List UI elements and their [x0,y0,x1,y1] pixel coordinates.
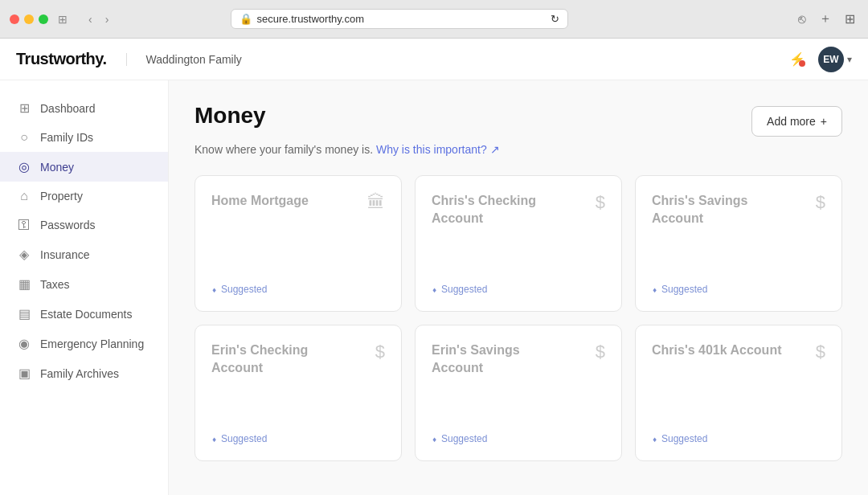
avatar-container[interactable]: EW ▾ [818,47,852,72]
add-more-icon: + [821,115,827,128]
sidebar-item-passwords[interactable]: ⚿ Passwords [0,211,168,239]
back-button[interactable]: ‹ [84,10,97,29]
share-button[interactable]: ⎋ [795,9,809,29]
page-title: Money [194,103,266,129]
family-archives-icon: ▣ [16,366,32,381]
taxes-icon: ▦ [16,276,32,292]
sidebar-item-dashboard[interactable]: ⊞ Dashboard [0,93,168,123]
address-bar[interactable]: 🔒 secure.trustworthy.com ↻ [231,9,568,29]
family-ids-icon: ○ [16,130,32,145]
minimize-traffic-light[interactable] [24,14,34,24]
browser-actions: ⎋ ＋ ⊞ [795,9,858,29]
logo: Trustworthy. [16,50,107,68]
subtitle-text: Know where your family's money is. [194,143,373,156]
card-home-mortgage[interactable]: Home Mortgage 🏛 ⬧ Suggested [194,175,402,312]
suggested-icon-4: ⬧ [432,433,437,444]
suggested-label-1: Suggested [441,284,487,295]
suggested-label-4: Suggested [441,433,487,444]
suggested-icon-3: ⬧ [211,433,217,444]
sidebar: ⊞ Dashboard ○ Family IDs ◎ Money ⌂ Prope… [0,80,169,495]
chevron-down-icon: ▾ [847,54,852,65]
card-header-erin-checking: Erin's Checking Account $ [211,342,385,378]
main-layout: ⊞ Dashboard ○ Family IDs ◎ Money ⌂ Prope… [0,80,868,495]
external-link-icon: ↗ [490,143,500,156]
sidebar-item-family-ids[interactable]: ○ Family IDs [0,123,168,152]
suggested-label-0: Suggested [221,284,267,295]
card-footer-erin-checking: ⬧ Suggested [211,433,385,444]
notification-dot [799,60,805,67]
emergency-icon: ◉ [16,336,32,351]
card-header-chris-401k: Chris's 401k Account $ [652,342,825,362]
dollar-circle-icon-1: $ [596,192,605,213]
sidebar-item-insurance[interactable]: ◈ Insurance [0,239,168,269]
why-important-link[interactable]: Why is this important? ↗ [376,143,500,156]
sidebar-item-family-archives[interactable]: ▣ Family Archives [0,358,168,388]
content-header: Money Add more + [194,103,842,137]
card-erin-savings[interactable]: Erin's Savings Account $ ⬧ Suggested [415,325,622,461]
card-footer-chris-401k: ⬧ Suggested [652,433,825,444]
sidebar-label-dashboard: Dashboard [40,102,96,115]
sidebar-label-estate-documents: Estate Documents [40,308,132,321]
card-chris-savings[interactable]: Chris's Savings Account $ ⬧ Suggested [635,175,842,312]
avatar: EW [818,47,844,72]
card-title-home-mortgage: Home Mortgage [211,192,309,210]
fullscreen-traffic-light[interactable] [39,14,48,24]
sidebar-item-taxes[interactable]: ▦ Taxes [0,269,168,299]
app: Trustworthy. Waddington Family ⚡ EW ▾ ⊞ … [0,39,868,495]
tab-overview-button[interactable]: ⊞ [55,10,71,29]
browser-nav: ‹ › [84,10,113,29]
card-title-erin-checking: Erin's Checking Account [211,342,350,378]
dollar-circle-icon-2: $ [816,192,825,213]
card-chris-401k[interactable]: Chris's 401k Account $ ⬧ Suggested [635,325,842,461]
subtitle: Know where your family's money is. Why i… [194,143,842,156]
card-footer-chris-savings: ⬧ Suggested [652,284,825,295]
sidebar-label-family-archives: Family Archives [40,367,119,380]
add-more-label: Add more [767,115,816,128]
card-title-chris-401k: Chris's 401k Account [652,342,782,359]
suggested-label-5: Suggested [661,433,707,444]
suggested-label-3: Suggested [221,433,267,444]
card-chris-checking[interactable]: Chris's Checking Account $ ⬧ Suggested [415,175,622,312]
card-erin-checking[interactable]: Erin's Checking Account $ ⬧ Suggested [194,325,402,461]
card-header-chris-savings: Chris's Savings Account $ [652,192,825,228]
dollar-circle-icon-5: $ [816,342,825,362]
dollar-circle-icon-4: $ [596,342,605,362]
card-title-chris-savings: Chris's Savings Account [652,192,791,228]
sidebar-item-money[interactable]: ◎ Money [0,152,168,182]
new-tab-button[interactable]: ＋ [816,9,835,29]
money-icon: ◎ [16,159,32,174]
sidebar-item-property[interactable]: ⌂ Property [0,182,168,211]
property-icon: ⌂ [16,189,32,203]
card-footer-erin-savings: ⬧ Suggested [432,433,605,444]
address-text: secure.trustworthy.com [257,13,364,25]
sidebar-label-passwords: Passwords [40,219,95,231]
card-title-erin-savings: Erin's Savings Account [432,342,571,378]
suggested-icon-0: ⬧ [211,284,217,295]
card-footer-chris-checking: ⬧ Suggested [432,284,605,295]
sidebar-label-emergency-planning: Emergency Planning [40,338,144,350]
card-footer-home-mortgage: ⬧ Suggested [211,284,385,295]
forward-button[interactable]: › [100,10,114,29]
header-right: ⚡ EW ▾ [789,47,852,72]
suggested-label-2: Suggested [661,284,707,295]
estate-docs-icon: ▤ [16,306,32,321]
close-traffic-light[interactable] [10,14,19,24]
sidebar-item-estate-documents[interactable]: ▤ Estate Documents [0,299,168,329]
sidebar-item-emergency-planning[interactable]: ◉ Emergency Planning [0,329,168,358]
app-header: Trustworthy. Waddington Family ⚡ EW ▾ [0,39,868,80]
add-more-button[interactable]: Add more + [751,106,842,137]
traffic-lights [10,14,48,24]
suggested-icon-1: ⬧ [432,284,437,295]
grid-view-button[interactable]: ⊞ [841,9,858,29]
card-header-chris-checking: Chris's Checking Account $ [432,192,605,228]
lightning-button[interactable]: ⚡ [789,51,805,67]
main-content: Money Add more + Know where your family'… [169,80,868,495]
family-name: Waddington Family [126,53,242,66]
passwords-icon: ⚿ [16,218,32,232]
subtitle-link-text: Why is this important? [376,143,487,156]
lock-icon: 🔒 [240,13,252,25]
refresh-icon[interactable]: ↻ [551,13,559,25]
card-header-home-mortgage: Home Mortgage 🏛 [211,192,385,213]
sidebar-label-insurance: Insurance [40,248,89,261]
dollar-circle-icon-3: $ [375,342,385,362]
